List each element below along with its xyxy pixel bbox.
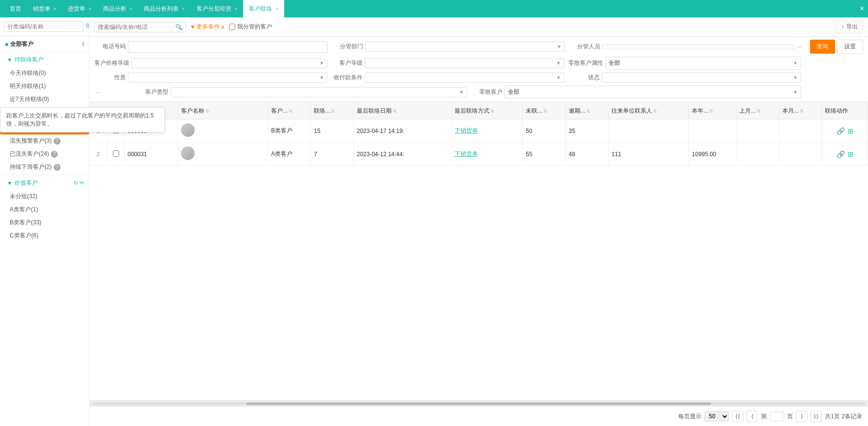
contact-count-sort-icon[interactable]: ⇅ xyxy=(331,108,335,114)
retail-customer-select[interactable]: 全部 ▼ xyxy=(504,86,801,99)
price-level-select[interactable]: ▼ xyxy=(131,58,327,68)
per-page-select[interactable]: 102050100 xyxy=(704,411,729,422)
filter-row-1: 电话号码 分管部门 ▼ 分管人员 ··· xyxy=(94,40,863,54)
horizontal-scrollbar[interactable] xyxy=(90,400,868,406)
nav-home[interactable]: 首页 xyxy=(4,0,27,17)
more-conditions-button[interactable]: ▼ 更多条件 ∧ xyxy=(190,23,225,31)
close-purchase-order-icon[interactable]: × xyxy=(88,6,91,12)
this-year-sort-icon[interactable]: ⇅ xyxy=(709,108,713,114)
sidebar-search-input[interactable] xyxy=(4,21,83,32)
next-page-button[interactable]: ⟩ xyxy=(796,411,807,422)
contact-person-sort-icon[interactable]: ⇅ xyxy=(653,108,657,114)
nav-customer-segment[interactable]: 客户分层经营 × xyxy=(191,0,243,17)
nav-product-analysis-list[interactable]: 商品分析列表 × xyxy=(138,0,190,17)
nav-product-analysis[interactable]: 商品分析 × xyxy=(97,0,138,17)
search-input[interactable] xyxy=(98,24,175,30)
sidebar-item-tomorrow-contact[interactable]: 明天待联络(1) xyxy=(0,80,89,93)
close-product-analysis-list-icon[interactable]: × xyxy=(182,6,184,12)
last-page-button[interactable]: ⟩⟩ xyxy=(810,411,822,422)
value-group-refresh-icon[interactable]: ↻ xyxy=(74,180,78,186)
window-close-button[interactable]: × xyxy=(860,4,864,13)
overdue-sort-icon[interactable]: ⇅ xyxy=(586,108,590,114)
action-link-icon[interactable]: 🔗 xyxy=(837,150,845,158)
search-icon[interactable]: 🔍 xyxy=(175,24,183,30)
row-no-contact: 50 xyxy=(523,119,566,143)
row-code: 000031 xyxy=(124,143,178,166)
nature-select[interactable]: ▼ xyxy=(128,73,327,83)
action-grid-icon[interactable]: ⊞ xyxy=(848,150,853,158)
col-type: 客户... ⇅ xyxy=(268,103,311,119)
page-number-input[interactable]: 1 xyxy=(770,411,784,421)
col-this-month: 本月... ⇅ xyxy=(779,103,822,119)
row-last-contact-method: 下销货单 xyxy=(451,119,522,143)
value-group-edit-icon[interactable]: ✏ xyxy=(80,180,84,186)
last-method-sort-icon[interactable]: ⇅ xyxy=(490,108,494,114)
contact-method-link[interactable]: 下销货单 xyxy=(455,150,478,157)
sidebar-item-b-class[interactable]: B类客户(33) xyxy=(0,216,89,229)
filter-nature: 性质 ▼ xyxy=(94,73,327,83)
export-button[interactable]: ↑ 导出 xyxy=(836,20,863,33)
chevron-icon: ∧ xyxy=(221,24,225,30)
row-name xyxy=(178,143,268,166)
sidebar-item-today-contact[interactable]: 今天待联络(0) xyxy=(0,67,89,80)
status-select[interactable]: ▼ xyxy=(602,73,801,83)
row-actions: 🔗 ⊞ xyxy=(822,143,868,166)
manager-select[interactable] xyxy=(602,44,794,49)
contact-method-link[interactable]: 下销货单 xyxy=(455,127,478,134)
settings-button[interactable]: 设置 xyxy=(837,40,863,54)
sidebar-item-a-class[interactable]: A类客户(1) xyxy=(0,203,89,216)
prev-page-button[interactable]: ⟨ xyxy=(746,411,758,422)
my-customers-checkbox[interactable] xyxy=(229,24,235,30)
nav-customer-contact[interactable]: 客户联络 × xyxy=(243,0,284,17)
payment-select[interactable]: ▼ xyxy=(365,73,564,83)
type-sort-icon[interactable]: ⇅ xyxy=(289,108,292,114)
sidebar-item-ungrouped[interactable]: 未分组(32) xyxy=(0,190,89,203)
sidebar-item-7day-contact[interactable]: 近7天待联络(0) xyxy=(0,93,89,106)
sidebar-item-c-class[interactable]: C类客户(6) xyxy=(0,229,89,242)
sidebar-group-value[interactable]: ▼ 价值客户 ↻ ✏ xyxy=(0,176,89,190)
close-customer-contact-icon[interactable]: × xyxy=(275,6,278,12)
row-actions: 🔗 ⊞ xyxy=(822,119,868,143)
export-icon: ↑ xyxy=(841,24,844,30)
this-month-sort-icon[interactable]: ⇅ xyxy=(800,108,804,114)
customer-avatar xyxy=(181,123,195,137)
name-sort-icon[interactable]: ⇅ xyxy=(205,108,209,114)
sidebar-item-declining[interactable]: 持续下滑客户(2) ? xyxy=(0,161,89,174)
retail-attr-select[interactable]: 全部 ▼ xyxy=(605,57,801,70)
last-month-sort-icon[interactable]: ⇅ xyxy=(757,108,761,114)
more-dots-icon[interactable]: ··· xyxy=(95,89,100,96)
filter-bar: 🔍 ▼ 更多条件 ∧ 我分管的客户 ↑ 导出 xyxy=(90,17,868,37)
row-contact-count: 15 xyxy=(311,119,354,143)
close-customer-segment-icon[interactable]: × xyxy=(234,6,237,12)
query-button[interactable]: 查询 xyxy=(810,40,835,54)
sidebar-item-churn-warning[interactable]: 流失预警客户(3) ? xyxy=(0,134,89,147)
first-page-button[interactable]: ⟨⟨ xyxy=(732,411,744,422)
all-customers-header: ■ 全部客户 《 xyxy=(0,36,89,53)
row-overdue: 48 xyxy=(565,143,609,166)
sidebar-search-icon[interactable]: 🔍 xyxy=(85,23,90,30)
no-contact-sort-icon[interactable]: ⇅ xyxy=(543,108,547,114)
dept-select[interactable]: ▼ xyxy=(365,42,565,52)
table-row: 2 000031 A类客户 7 2023-04-12 14:44: 下销货单 5… xyxy=(90,143,868,166)
row-type: A类客户 xyxy=(268,143,311,166)
customer-type-select[interactable]: ▼ xyxy=(170,87,467,97)
close-product-analysis-icon[interactable]: × xyxy=(129,6,132,12)
close-sales-order-icon[interactable]: × xyxy=(53,6,56,12)
content-area: 🔍 ▼ 更多条件 ∧ 我分管的客户 ↑ 导出 电话号码 xyxy=(90,17,868,426)
row-type: B类客户 xyxy=(268,119,311,143)
nav-sales-order[interactable]: 销货单 × xyxy=(27,0,62,17)
sidebar-group-waiting[interactable]: ▼ 待联络客户 xyxy=(0,53,89,67)
action-link-icon[interactable]: 🔗 xyxy=(837,127,845,135)
manager-dots-icon[interactable]: ··· xyxy=(797,44,802,50)
sidebar-item-churned[interactable]: 已流失客户(24) ? xyxy=(0,147,89,161)
customer-level-select[interactable]: ▼ xyxy=(365,58,564,68)
last-date-sort-icon[interactable]: ⇅ xyxy=(393,108,396,114)
action-grid-icon[interactable]: ⊞ xyxy=(848,127,853,135)
phone-input[interactable] xyxy=(128,41,328,53)
filter-row-2: 客户价格等级 ▼ 客户等级 ▼ 零散客户属性 全部 xyxy=(94,57,863,70)
row-checkbox[interactable] xyxy=(113,150,119,157)
sidebar: 🔍 ■ 全部客户 《 ▼ 待联络客户 今天待联络(0) 明天待联络(1) 近7天… xyxy=(0,17,90,426)
nav-purchase-order[interactable]: 进货单 × xyxy=(62,0,97,17)
sidebar-collapse-icon[interactable]: 《 xyxy=(79,41,84,48)
data-table-area: ⚙ 客户编码 ⇅ 客户名称 xyxy=(90,103,868,400)
